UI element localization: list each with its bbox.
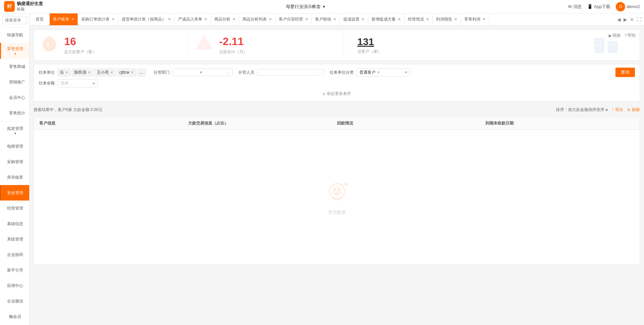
tab-goods-analysis[interactable]: 商品分析 ✕ [211,13,239,25]
tab-close-icon[interactable]: ✕ [269,17,272,22]
top-bar-right: ✉ 消息 📱 App下载 D demo2 [568,2,640,11]
sidebar-item-member[interactable]: 畅会员 [0,309,29,324]
filter-tag-unit-more[interactable]: ... [137,69,145,76]
clear-person-icon[interactable]: ··· [318,70,321,74]
collapse-button[interactable]: ∧ 收起更多条件 [39,89,635,98]
sidebar-item-marketing[interactable]: 营销推广 [0,74,29,90]
total-customer-count[interactable]: 131 [357,36,633,47]
tab-profit-report[interactable]: 利润报告 ✕ [433,13,461,25]
tab-close-icon[interactable]: ✕ [398,17,401,22]
sidebar-item-system[interactable]: 系统管理 [0,231,29,247]
filter-tag-close-0[interactable]: ✕ [65,70,68,75]
tab-purchase-stats[interactable]: 采购订单统计表 ✕ [78,13,118,25]
sidebar-item-app-center[interactable]: 应用中心 [0,278,29,293]
refresh-button[interactable]: ↻ 刷新 [627,107,640,113]
sidebar-item-enterprise-wechat[interactable]: 企业微信 [0,293,29,309]
export-button[interactable]: ↑ 导出 [612,107,623,113]
table-col-customer: 客户信息 [39,120,188,126]
export-icon: ↑ [612,108,614,112]
svg-rect-10 [599,44,601,47]
svg-rect-9 [596,44,598,47]
filter-tag-close-3[interactable]: ✕ [131,70,134,75]
sort-select[interactable]: 排序：按欠款金额倒序排序 ▾ [556,107,608,113]
tab-commission-settings[interactable]: 提成设置 ✕ [340,13,368,25]
person-select[interactable]: ··· [257,69,324,76]
tab-controls: ◀ ▶ ✕ ⛶ [614,13,644,25]
sidebar-item-guide[interactable]: 新手引导 [0,262,29,278]
user-menu[interactable]: D demo2 [616,2,640,11]
tab-close-icon[interactable]: ✕ [232,17,235,22]
tab-close-all-button[interactable]: ✕ [629,16,635,23]
filter-row-2: 往来余额 选择... ▾ [39,79,635,87]
tab-prev-button[interactable]: ◀ [616,16,621,23]
table-col-payment: 回款情况 [337,120,486,126]
debt-total-value: -2.11 [219,35,337,48]
demo-selector[interactable]: 母婴行业演示帐套 ▾ [286,4,325,10]
search-button[interactable]: 查询 [615,68,635,77]
sidebar-item-enterprise-collab[interactable]: 企业协同 [0,247,29,262]
sidebar-item-finance[interactable]: 资金管理 [0,185,29,201]
chevron-down-icon: ▾ [200,70,202,75]
tab-next-button[interactable]: ▶ [623,16,628,23]
dept-select[interactable]: ▾ ··· [172,69,233,76]
tab-home[interactable]: 首页 [30,13,50,25]
tab-goods-analysis-list[interactable]: 商品分析列表 ✕ [239,13,275,25]
clear-dept-icon[interactable]: ··· [227,70,230,74]
video-link[interactable]: ▶ 视频 [609,33,620,38]
debt-customer-count: 16 [64,35,182,48]
tab-close-icon[interactable]: ✕ [305,17,308,22]
sidebar-item-wholesale-mgmt[interactable]: 批发管理 ▾ [0,122,29,139]
svg-point-16 [338,189,340,191]
debt-customer-label: 总欠款客户（家） [64,49,182,55]
stat-card-debt-customers: ¥ 16 总欠款客户（家） [34,30,189,60]
tab-close-icon[interactable]: ✕ [333,17,336,22]
play-icon: ▶ [609,33,612,38]
tab-close-icon[interactable]: ✕ [482,17,485,22]
unit-label: 往来单位 [39,70,55,75]
sidebar-item-retail-mall[interactable]: 零售商城 [0,59,29,74]
tab-retail-profit[interactable]: 零售利润 ✕ [461,13,489,25]
top-bar-left: 好 畅捷通好生意 标版 [4,1,43,12]
tab-customer-tier[interactable]: 客户分层经营 ✕ [275,13,312,25]
sidebar-item-ecommerce[interactable]: 电商管理 [0,139,29,154]
tab-expand-button[interactable]: ⛶ [636,16,642,23]
tab-close-icon[interactable]: ✕ [112,17,115,22]
filter-tag-close-2[interactable]: ✕ [110,70,113,75]
filter-tag-unit-class: 普通客户 ✕ [359,70,380,75]
filter-row-1: 往来单位 伍 ✕ 陈民强 ✕ 王小亮 ✕ cjttcw ✕ [39,68,635,77]
tab-close-icon[interactable]: ✕ [426,17,429,22]
svg-text:¥: ¥ [46,41,49,47]
message-button[interactable]: ✉ 消息 [568,4,582,10]
tab-close-icon[interactable]: ✕ [361,17,364,22]
help-link[interactable]: ? 帮助 [625,33,636,38]
tab-close-icon[interactable]: ✕ [168,17,171,22]
tab-goods-in-stats[interactable]: 进货单统计表（按商品） ✕ [118,13,175,25]
tab-close-icon[interactable]: ✕ [204,17,207,22]
svg-rect-8 [599,40,601,42]
sidebar-item-quick-nav[interactable]: 快捷导航 [0,27,29,43]
avatar: D [616,2,625,11]
search-input[interactable] [2,16,27,24]
sidebar-item-operations[interactable]: 经营管理 [0,201,29,216]
sidebar-item-retail-stats[interactable]: 零售统计 [0,105,29,121]
sidebar-item-retail-mgmt[interactable]: 零售管理 ▾ [0,43,29,59]
tab-business-situation[interactable]: 经营情况 ✕ [404,13,433,25]
sort-label: 排序：按欠款金额倒序排序 [556,107,604,113]
app-download-button[interactable]: 📱 App下载 [587,4,610,10]
balance-select[interactable]: 选择... ▾ [57,79,98,87]
chevron-down-icon: ▾ [405,70,407,75]
tab-customer-contact[interactable]: 客户联络 ✕ [312,13,340,25]
tab-close-icon[interactable]: ✕ [71,17,74,22]
sidebar-item-purchase[interactable]: 采购管理 [0,154,29,170]
sidebar-item-member-center[interactable]: 会员中心 [0,90,29,105]
tab-customer-account[interactable]: 客户账本 ✕ [50,13,78,25]
tab-close-icon[interactable]: ✕ [454,17,457,22]
tab-production-in[interactable]: 产成品入库单 ✕ [175,13,211,25]
sidebar-item-basic-info[interactable]: 基础信息 [0,216,29,231]
filter-tag-close-1[interactable]: ✕ [88,70,91,75]
unit-class-select[interactable]: 普通客户 ✕ ▾ [356,68,410,77]
tab-add-commission[interactable]: 新增提成方案 ✕ [368,13,404,25]
filter-tag-unit-class-close[interactable]: ✕ [377,70,380,75]
chevron-down-icon: ▾ [93,81,95,86]
sidebar-item-inventory[interactable]: 库存核算 [0,170,29,185]
